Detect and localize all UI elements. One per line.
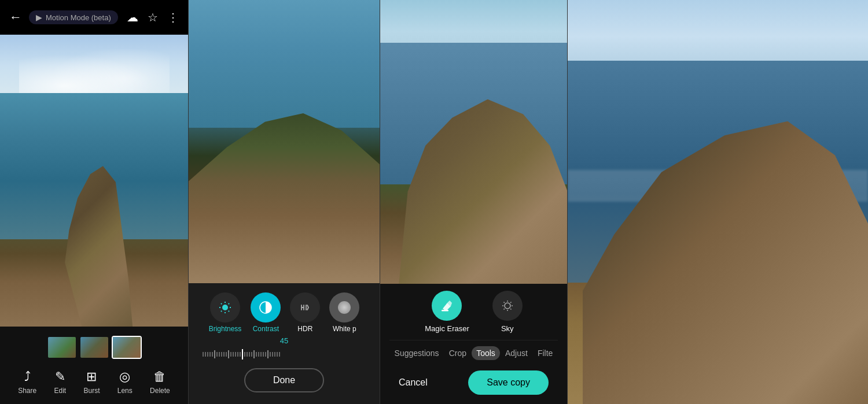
share-icon: ⤴ — [24, 369, 31, 384]
landscape-2 — [189, 0, 380, 283]
tick — [212, 352, 213, 357]
panel-3-tools: Magic Eraser — [380, 284, 567, 404]
tick — [274, 352, 275, 357]
tick — [256, 352, 257, 357]
save-copy-button[interactable]: Save copy — [468, 370, 549, 395]
share-label: Share — [18, 387, 36, 395]
tick — [233, 352, 234, 357]
sky-tool[interactable]: Sky — [492, 291, 523, 333]
tick — [209, 352, 211, 357]
tick — [235, 352, 236, 357]
magic-eraser-icon-circle — [432, 291, 462, 321]
tick — [247, 352, 248, 357]
svg-rect-10 — [442, 310, 448, 312]
more-icon[interactable]: ⋮ — [167, 10, 179, 24]
tab-crop[interactable]: Crop — [444, 346, 471, 360]
panel-3-bottom-btns: Cancel Save copy — [389, 365, 558, 404]
motion-icon: ▶ — [36, 13, 42, 22]
tick — [223, 352, 225, 357]
svg-line-7 — [221, 311, 222, 312]
slider-container[interactable] — [198, 347, 370, 364]
tick — [265, 352, 266, 357]
svg-line-5 — [221, 303, 222, 304]
filmstrip-thumb-1[interactable] — [47, 336, 77, 359]
svg-line-17 — [510, 309, 511, 309]
cloud-icon[interactable]: ☁ — [127, 10, 138, 24]
brightness-label: Brightness — [209, 325, 242, 333]
svg-line-8 — [229, 303, 229, 304]
svg-line-19 — [510, 302, 511, 303]
magic-eraser-tool[interactable]: Magic Eraser — [425, 291, 469, 333]
panel-1: ← ▶ Motion Mode (beta) ☁ ☆ ⋮ — [0, 0, 188, 404]
delete-button[interactable]: 🗑 Delete — [150, 369, 170, 395]
edit-label: Edit — [54, 387, 66, 395]
tab-tools[interactable]: Tools — [472, 346, 500, 360]
hdr-circle — [290, 292, 320, 323]
panel-3: Magic Eraser — [380, 0, 567, 404]
tick — [237, 352, 238, 357]
bottom-toolbar: ⤴ Share ✎ Edit ⊞ Burst ◎ Lens 🗑 Delet — [0, 364, 188, 404]
cancel-button[interactable]: Cancel — [399, 377, 428, 388]
lens-icon: ◎ — [119, 369, 130, 384]
tick — [249, 352, 250, 357]
motion-mode-label: Motion Mode (beta) — [46, 13, 111, 22]
back-button[interactable]: ← — [9, 10, 22, 25]
tick — [258, 352, 259, 357]
filmstrip — [0, 331, 188, 364]
edit-icon: ✎ — [55, 369, 65, 384]
white-point-control[interactable]: White p — [329, 292, 359, 333]
tab-suggestions[interactable]: Suggestions — [390, 346, 444, 360]
done-button[interactable]: Done — [244, 368, 324, 392]
hdr-control[interactable]: HDR — [290, 292, 320, 333]
filmstrip-thumb-3[interactable] — [112, 336, 142, 359]
tick — [226, 352, 227, 357]
rock-2 — [189, 113, 380, 283]
landscape-4 — [568, 0, 868, 404]
tick — [228, 350, 229, 358]
brightness-circle — [210, 292, 240, 323]
share-button[interactable]: ⤴ Share — [18, 369, 36, 395]
lens-button[interactable]: ◎ Lens — [117, 369, 133, 395]
edit-button[interactable]: ✎ Edit — [54, 369, 66, 395]
panel-2: Brightness Contrast — [189, 0, 380, 404]
svg-point-0 — [222, 305, 228, 310]
tick — [205, 352, 206, 357]
landscape-3 — [380, 0, 567, 284]
panel-1-image — [0, 35, 188, 327]
slider-ticks — [198, 350, 370, 359]
tab-filters[interactable]: Filte — [533, 346, 557, 360]
tick — [251, 352, 252, 357]
tick-center — [242, 349, 243, 359]
tick — [244, 352, 245, 357]
sky-icon-circle — [492, 291, 523, 321]
adjust-icons-row: Brightness Contrast — [198, 292, 370, 333]
filmstrip-thumb-2[interactable] — [79, 336, 109, 359]
panel-4 — [568, 0, 868, 404]
contrast-value: 45 — [198, 336, 370, 345]
contrast-control[interactable]: Contrast — [251, 292, 281, 333]
tick — [272, 352, 273, 357]
header-actions: ☁ ☆ ⋮ — [127, 10, 179, 24]
magic-eraser-label: Magic Eraser — [425, 324, 469, 333]
hdr-label: HDR — [297, 325, 312, 333]
contrast-label: Contrast — [253, 325, 279, 333]
tick — [230, 352, 231, 357]
tab-adjust[interactable]: Adjust — [501, 346, 532, 360]
done-btn-container: Done — [198, 364, 370, 399]
panel-2-image — [189, 0, 380, 283]
white-circle — [329, 292, 359, 323]
white-point-label: White p — [333, 325, 356, 333]
panel-1-bottom: ⤴ Share ✎ Edit ⊞ Burst ◎ Lens 🗑 Delet — [0, 327, 188, 404]
star-icon[interactable]: ☆ — [148, 10, 158, 24]
lens-label: Lens — [117, 387, 133, 395]
burst-button[interactable]: ⊞ Burst — [83, 369, 100, 395]
landscape-1 — [0, 35, 188, 327]
brightness-control[interactable]: Brightness — [209, 292, 242, 333]
tick — [279, 352, 280, 357]
motion-mode-badge[interactable]: ▶ Motion Mode (beta) — [29, 10, 118, 24]
tick — [216, 352, 218, 357]
delete-icon: 🗑 — [153, 369, 166, 384]
svg-line-18 — [503, 309, 504, 309]
delete-label: Delete — [150, 387, 170, 395]
tools-icons-row: Magic Eraser — [389, 291, 558, 333]
